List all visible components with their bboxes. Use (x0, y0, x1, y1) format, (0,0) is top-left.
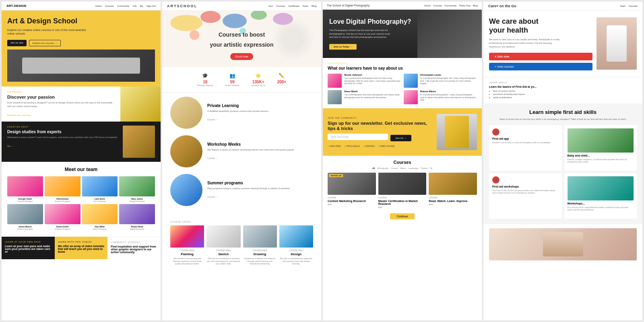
p2-hero-title2: your artistic expression (170, 41, 313, 48)
p2-painting-name[interactable]: Painting (170, 252, 204, 256)
p4-first-aid-icon: ➕ (492, 128, 500, 136)
p1-courses-desc: Ever dreamt of becoming a designer? Let … (7, 101, 115, 108)
p4-nav-start[interactable]: Start (620, 5, 625, 7)
p4-learn-item-3: safety considerations (493, 96, 637, 99)
p2-nav-sort[interactable]: Sort (268, 5, 273, 7)
p1-footer-community: COMMUNITY SUPPORT Find inspiration and s… (107, 237, 161, 259)
p2-private-link[interactable]: Course → (207, 118, 218, 121)
p2-sketch-name[interactable]: Sketch (206, 252, 240, 256)
p1-nav-my[interactable]: My (140, 5, 143, 7)
p2-hero-button[interactable]: Enroll now (230, 53, 253, 60)
p1-explore-button[interactable]: Explore our courses → (29, 40, 61, 46)
p2-course-areas: COURSE AREAS COURSE AREA Painting We tra… (162, 217, 321, 269)
p2-stat-num-4: 200+ (277, 80, 287, 84)
p4-join-button[interactable]: ♥ Join now (489, 53, 592, 60)
p1-nav-info[interactable]: Info (133, 5, 137, 7)
p3-avatar-nicole (328, 74, 342, 88)
p2-course-design: COURSE AREA Design We offer a comprehens… (279, 225, 313, 265)
p4-logo-heart: ♥ (496, 4, 498, 8)
p2-features: Private Learning A detailed beautifully … (162, 93, 321, 217)
team-member-7: Alan Miller UI/UX Designer (82, 204, 118, 230)
p3-nav-tips[interactable]: Photo Tips (459, 4, 471, 7)
p3-course-3: COURSE Read. Watch. Learn. Improve. $49 (429, 173, 477, 208)
p4-view-courses-button[interactable]: + View courses (489, 63, 592, 70)
p2-drawing-name[interactable]: Drawing (243, 252, 277, 256)
p2-nav-certificate[interactable]: Certificate (288, 5, 299, 7)
p2-courses-grid: COURSE AREA Painting We transform the te… (170, 225, 313, 265)
p3-filter-tutorial[interactable]: Tutorial (421, 167, 427, 169)
p4-nurse-figure (607, 25, 627, 62)
p3-filter-all[interactable]: All (372, 167, 375, 169)
p1-experts-link[interactable]: Go → (7, 145, 14, 147)
p2-nav-blog[interactable]: Blog (312, 5, 316, 7)
p2-summer-link[interactable]: Course → (207, 196, 218, 198)
p3-nav-home[interactable]: Home (424, 4, 431, 7)
p4-card-first-aid-app: ➕ First aid app Discover how to help in … (489, 125, 562, 171)
p1-team-section: Meet our team Georgia Taylor Content Des… (2, 162, 161, 237)
p4-hero-text: We care about your health We work to tak… (489, 17, 592, 70)
p1-experts-label: CREATIVE HELP (7, 126, 120, 128)
p2-summer-text: Summer programs Play programs bring to o… (207, 181, 290, 199)
p4-learn-section: LEARN ABOUT Learn the basics of First Ai… (483, 77, 642, 103)
p2-course-sketch: COURSE AREA Sketch That can be considere… (206, 225, 240, 265)
p4-first-aid-section: Learn simple first aid skills Want to kn… (483, 103, 642, 224)
p3-email-input[interactable]: Enter your email (328, 134, 388, 140)
p1-nav-home[interactable]: Home (95, 5, 102, 7)
p3-newsletter-button[interactable]: Join Us → (390, 135, 411, 141)
p4-card-workshops: ➕ First aid workshops The Care on the Go… (489, 173, 562, 219)
p2-stat-courses: 🎓 16 Premium Courses (197, 73, 213, 87)
p4-cards-grid: ➕ First aid app Discover how to help in … (489, 125, 637, 219)
p3-filter-search[interactable]: 🔍 (430, 167, 432, 169)
p3-hero-button[interactable]: Join us Today → (329, 44, 357, 50)
p1-nav-signout[interactable]: Sign Out (147, 5, 156, 7)
p3-testimonials-label: TESTIMONIALS (328, 62, 477, 64)
p3-course-name-2[interactable]: Master Certification in Market Research (378, 200, 427, 205)
p1-footer-label3: COMMUNITY SUPPORT (111, 241, 157, 244)
p4-bottom-image (489, 228, 637, 260)
p1-nav-community[interactable]: Community (117, 5, 129, 7)
team-member-6: Emma Smith Graphic Designer (45, 204, 80, 230)
p3-course-2: COURSE Master Certification in Market Re… (378, 173, 427, 208)
p3-courses-title: Courses (328, 160, 477, 165)
p4-nav-courses[interactable]: Courses (629, 5, 638, 7)
p2-nav-courses[interactable]: Courses (276, 5, 285, 7)
p3-newsletter-text: JOIN THE COMMUNITY Sign up for our newsl… (328, 117, 433, 147)
p3-avatar-chris (404, 74, 418, 88)
p1-team-row2: James Mason Product Designer Emma Smith … (7, 204, 155, 230)
p3-filter-landscape[interactable]: Landscape (409, 167, 418, 169)
p2-design-name[interactable]: Design (279, 252, 313, 256)
p3-review-steve: I am a photographer who loves photograph… (344, 93, 401, 99)
p3-filter-photography[interactable]: Photography (377, 167, 388, 169)
p3-nav-blog[interactable]: Blog (473, 4, 478, 7)
avatar-mary (119, 176, 155, 196)
p4-navbar: Care♥ on the Go Start Courses (483, 2, 642, 11)
p3-filter-nature[interactable]: Nature (400, 167, 406, 169)
p2-nav-links: Sort Courses Certificate Team Blog (268, 5, 316, 7)
p1-courses-link[interactable]: Explore our courses → (7, 114, 34, 116)
p1-team-title: Meet our team (7, 167, 155, 172)
svg-point-0 (170, 15, 202, 31)
panel-photography: The School of Digital Photography Home C… (323, 2, 482, 320)
p2-navbar: ARTSCHOOL Sort Courses Certificate Team … (162, 2, 321, 11)
p3-course-name-3[interactable]: Read. Watch. Learn. Improve. (429, 200, 477, 202)
role-robert: Digital Illustrator (119, 228, 155, 230)
p4-learn-list: basic of common injuries procedures of t… (489, 90, 637, 99)
p2-summer-title: Summer programs (207, 181, 290, 185)
p1-footer-title2: We offer an array of video tutorials tha… (58, 245, 105, 253)
svg-point-1 (200, 11, 221, 23)
p1-join-button[interactable]: Join us now (7, 40, 27, 46)
p3-filter-portrait[interactable]: Portrait (391, 167, 398, 169)
p3-nav-courses[interactable]: Courses (433, 4, 442, 7)
p3-load-more-button[interactable]: Continue (390, 213, 414, 219)
p2-feature-summer: Summer programs Play programs bring to o… (170, 174, 313, 206)
p3-review-chris: I'm a professional photographer and I en… (420, 77, 477, 85)
panel-art-design: ART-DESIGN Home Courses Community Info M… (2, 2, 161, 320)
avatar-olivia (45, 176, 80, 196)
p2-workshop-link[interactable]: Course → (207, 157, 218, 159)
p2-nav-team[interactable]: Team (302, 5, 308, 7)
p1-nav-courses[interactable]: Courses (105, 5, 114, 7)
p3-text-dianna: Dianna Elkins I'm a professional photogr… (420, 90, 477, 104)
p3-courses-filter: All Photography Portrait Nature Landscap… (328, 167, 477, 169)
p3-nav-community[interactable]: Community (444, 4, 456, 7)
p3-course-name-1[interactable]: Content Marketing Research (328, 200, 376, 202)
